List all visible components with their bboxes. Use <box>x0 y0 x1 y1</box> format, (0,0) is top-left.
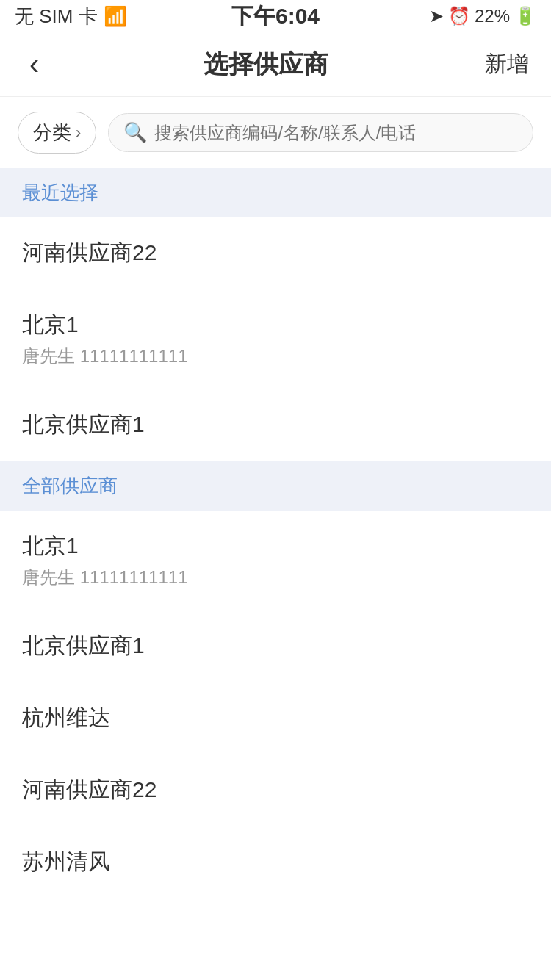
supplier-list-item[interactable]: 北京供应商1 <box>0 389 551 461</box>
supplier-name: 河南供应商22 <box>22 238 529 268</box>
status-bar: 无 SIM 卡 📶 下午6:04 ➤ ⏰ 22% 🔋 <box>0 0 551 32</box>
page-title: 选择供应商 <box>204 48 328 82</box>
status-bar-left: 无 SIM 卡 📶 <box>15 4 127 29</box>
status-bar-right: ➤ ⏰ 22% 🔋 <box>429 6 536 26</box>
alarm-icon: ⏰ <box>448 6 470 26</box>
supplier-name: 北京供应商1 <box>22 410 529 440</box>
supplier-name: 北京1 <box>22 531 529 561</box>
supplier-name: 苏州清风 <box>22 847 529 877</box>
back-button[interactable]: ‹ <box>22 40 46 88</box>
search-icon: 🔍 <box>123 121 147 144</box>
supplier-name: 河南供应商22 <box>22 775 529 805</box>
filter-bar: 分类 › 🔍 <box>0 97 551 168</box>
chevron-right-icon: › <box>76 123 81 143</box>
search-box[interactable]: 🔍 <box>108 113 533 152</box>
supplier-name: 北京供应商1 <box>22 631 529 661</box>
category-label: 分类 <box>33 120 71 145</box>
nav-bar: ‹ 选择供应商 新增 <box>0 32 551 97</box>
supplier-name: 北京1 <box>22 310 529 340</box>
supplier-detail: 唐先生 11111111111 <box>22 566 529 589</box>
supplier-list-item[interactable]: 苏州清风 <box>0 826 551 898</box>
wifi-icon: 📶 <box>104 5 127 28</box>
supplier-list-item[interactable]: 河南供应商22 <box>0 217 551 289</box>
supplier-list: 最近选择河南供应商22北京1唐先生 11111111111北京供应商1全部供应商… <box>0 168 551 898</box>
supplier-name: 杭州维达 <box>22 703 529 733</box>
supplier-list-item[interactable]: 北京1唐先生 11111111111 <box>0 289 551 389</box>
supplier-list-item[interactable]: 北京供应商1 <box>0 610 551 682</box>
supplier-list-item[interactable]: 河南供应商22 <box>0 754 551 826</box>
search-input[interactable] <box>154 123 518 143</box>
supplier-list-item[interactable]: 杭州维达 <box>0 682 551 754</box>
category-filter-button[interactable]: 分类 › <box>18 112 96 154</box>
section-header-recent: 最近选择 <box>0 168 551 217</box>
supplier-list-item[interactable]: 北京1唐先生 11111111111 <box>0 511 551 610</box>
section-header-all: 全部供应商 <box>0 461 551 511</box>
location-icon: ➤ <box>429 6 444 26</box>
status-bar-time: 下午6:04 <box>231 1 320 32</box>
supplier-detail: 唐先生 11111111111 <box>22 345 529 368</box>
no-sim-label: 无 SIM 卡 <box>15 4 98 29</box>
add-button[interactable]: 新增 <box>485 49 529 79</box>
battery-icon: 🔋 <box>514 6 536 26</box>
battery-label: 22% <box>475 6 510 26</box>
